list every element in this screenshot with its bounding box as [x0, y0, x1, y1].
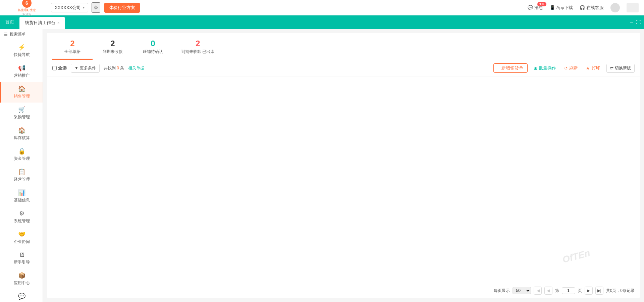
stat-num-shipped: 2 — [196, 39, 200, 48]
purchase-icon: 🛒 — [18, 106, 25, 113]
tab-home[interactable]: 首页 — [0, 15, 19, 29]
user-menu-btn[interactable] — [627, 3, 639, 12]
stat-label-overdue: 到期未收款 — [103, 49, 123, 55]
stat-num-all: 2 — [70, 39, 74, 48]
search-menu-label: 搜索菜单 — [10, 32, 26, 37]
refresh-icon: ↺ — [564, 66, 568, 71]
basic-info-icon: 📊 — [18, 189, 25, 196]
service-icon: 🎧 — [580, 5, 585, 10]
last-page-btn[interactable]: ▶| — [595, 287, 603, 295]
enterprise-label: 企业协同 — [14, 239, 30, 245]
minimize-icon[interactable]: ─ — [630, 19, 633, 25]
sidebar-item-sales[interactable]: 🏠 销售管理 — [0, 82, 43, 103]
filter-icon: ▼ — [74, 66, 78, 70]
sidebar-item-enterprise[interactable]: 🤝 企业协同 — [0, 227, 43, 248]
page-number-input[interactable] — [562, 287, 575, 294]
stat-num-overdue: 2 — [110, 39, 115, 48]
online-service-btn[interactable]: 🎧 在线客服 — [580, 5, 604, 11]
stat-tab-all[interactable]: 2 全部单据 — [52, 36, 93, 60]
app-download-btn[interactable]: 📱 App下载 — [550, 5, 573, 11]
per-page-select[interactable]: 50 100 200 — [513, 287, 531, 294]
inventory-label: 库存核算 — [14, 135, 30, 141]
toolbar-right: + 新增销货单 ⊞ 批量操作 ↺ 刷新 🖨 打印 ⇄ — [493, 63, 635, 73]
switch-version-btn[interactable]: ⇄ 切换新版 — [606, 64, 635, 73]
new-sale-btn[interactable]: + 新增销货单 — [493, 63, 528, 73]
stat-num-pending: 0 — [151, 39, 155, 48]
found-count: 0 — [117, 66, 119, 70]
toolbar-left: 全选 ▼ 更多条件 共找到 0 条 相关单据 — [52, 64, 489, 73]
print-icon: 🖨 — [586, 66, 590, 71]
tab-nav: 首页 钱货日清工作台 × ─ ⛶ — [0, 15, 644, 29]
guide-label: 新手引导 — [14, 259, 30, 265]
first-page-btn[interactable]: |◀ — [534, 287, 542, 295]
page-label: 第 — [555, 288, 559, 294]
stat-tab-pending[interactable]: 0 旺铺待确认 — [133, 36, 173, 60]
found-text: 共找到 0 条 — [104, 65, 124, 71]
quick-nav-label: 快捷导航 — [14, 52, 30, 58]
quick-nav-icon: ⚡ — [18, 44, 25, 51]
more-filter-btn[interactable]: ▼ 更多条件 — [71, 64, 100, 73]
marketing-label: 营销推广 — [14, 73, 30, 78]
enterprise-icon: 🤝 — [18, 231, 25, 238]
system-label: 系统管理 — [14, 218, 30, 224]
related-docs-link[interactable]: 相关单据 — [128, 65, 144, 71]
print-btn[interactable]: 🖨 打印 — [584, 64, 602, 72]
search-icon: ☰ — [4, 32, 8, 37]
checkbox-all-input[interactable] — [52, 66, 57, 70]
sidebar-item-system[interactable]: ⚙ 系统管理 — [0, 206, 43, 227]
tab-workbench[interactable]: 钱货日清工作台 × — [19, 17, 65, 29]
batch-icon: ⊞ — [534, 66, 537, 71]
next-page-btn[interactable]: ▶ — [585, 287, 593, 295]
sidebar-item-marketing[interactable]: 📢 营销推广 — [0, 61, 43, 82]
wechat-icon: 💬 — [18, 293, 25, 300]
finance-label: 资金管理 — [14, 156, 30, 162]
company-name: XXXXXX公司 — [55, 5, 81, 11]
sidebar-item-app-center[interactable]: 📦 应用中心 — [0, 268, 43, 289]
settings-button[interactable]: ⚙ — [92, 2, 100, 13]
sidebar-item-finance[interactable]: 🔒 资金管理 — [0, 144, 43, 165]
page-suffix: 页 — [578, 288, 582, 294]
chevron-down-icon: ▾ — [83, 6, 85, 9]
stat-tab-overdue[interactable]: 2 到期未收款 — [93, 36, 133, 60]
logo-area: 6 畅捷通好生意 标准版 — [5, 0, 48, 17]
message-icon: 💬 — [528, 5, 533, 10]
select-all-checkbox[interactable]: 全选 — [52, 65, 67, 71]
message-badge: 99+ — [537, 2, 546, 6]
top-bar: 6 畅捷通好生意 标准版 XXXXXX公司 ▾ ⚙ 体验行业方案 💬 消息 99… — [0, 0, 644, 15]
search-menu-btn[interactable]: ☰ 搜索菜单 — [0, 29, 43, 40]
sidebar-item-guide[interactable]: 🖥 新手引导 — [0, 248, 43, 268]
guide-icon: 🖥 — [19, 251, 25, 258]
sidebar-item-inventory[interactable]: 🏠 库存核算 — [0, 123, 43, 144]
app-center-label: 应用中心 — [14, 280, 30, 286]
trial-btn[interactable]: 体验行业方案 — [104, 3, 140, 13]
operations-label: 经营管理 — [14, 177, 30, 182]
company-selector[interactable]: XXXXXX公司 ▾ — [51, 3, 88, 12]
stat-label-shipped: 到期未收款 已出库 — [181, 49, 214, 55]
table-area — [47, 76, 640, 283]
logo-text: 畅捷通好生意 — [18, 8, 36, 12]
purchase-label: 采购管理 — [14, 114, 30, 120]
toolbar: 全选 ▼ 更多条件 共找到 0 条 相关单据 + 新增销货单 — [47, 60, 640, 76]
sidebar-item-quick-nav[interactable]: ⚡ 快捷导航 — [0, 40, 43, 61]
marketing-icon: 📢 — [18, 64, 25, 72]
tab-nav-actions: ─ ⛶ — [630, 15, 644, 29]
refresh-btn[interactable]: ↺ 刷新 — [562, 64, 580, 72]
edition-label: 标准版 — [22, 12, 32, 17]
pagination: 每页显示 50 100 200 |◀ ◀ 第 页 ▶ ▶| 共0页，0条记录 — [47, 283, 640, 298]
stat-label-pending: 旺铺待确认 — [143, 49, 163, 55]
messages-btn[interactable]: 💬 消息 99+ — [528, 5, 543, 11]
sidebar-item-purchase[interactable]: 🛒 采购管理 — [0, 103, 43, 123]
user-avatar-btn[interactable] — [610, 3, 620, 12]
batch-btn[interactable]: ⊞ 批量操作 — [532, 64, 558, 72]
main-layout: ☰ 搜索菜单 ⚡ 快捷导航 📢 营销推广 🏠 销售管理 🛒 采购管理 🏠 库存核… — [0, 29, 644, 302]
download-icon: 📱 — [550, 5, 555, 10]
sidebar-item-operations[interactable]: 📋 经营管理 — [0, 165, 43, 186]
tab-close-icon[interactable]: × — [57, 21, 59, 25]
sidebar-item-wechat[interactable]: 💬 企业微信 — [0, 289, 43, 302]
top-right-area: 💬 消息 99+ 📱 App下载 🎧 在线客服 — [528, 3, 639, 12]
prev-page-btn[interactable]: ◀ — [544, 287, 552, 295]
sidebar-item-basic-info[interactable]: 📊 基础信息 — [0, 186, 43, 206]
content-area: 2 全部单据 2 到期未收款 0 旺铺待确认 2 到期未收款 已出库 — [43, 29, 644, 302]
expand-icon[interactable]: ⛶ — [636, 19, 641, 25]
stat-tab-shipped[interactable]: 2 到期未收款 已出库 — [173, 36, 222, 60]
